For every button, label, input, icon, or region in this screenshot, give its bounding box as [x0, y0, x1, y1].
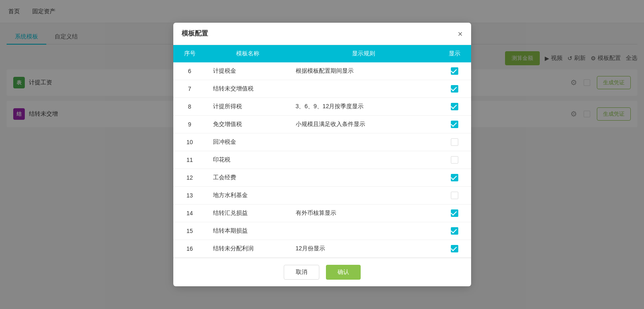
- table-header-row: 序号 模板名称 显示规则 显示: [173, 45, 471, 62]
- table-row: 8计提所得税3、6、9、12月按季度显示: [173, 98, 471, 116]
- cell-name-6: 工会经费: [206, 169, 289, 187]
- table-row: 16结转未分配利润12月份显示: [173, 240, 471, 258]
- cell-id-4: 10: [173, 133, 206, 151]
- modal-template-config: 模板配置 × 序号 模板名称 显示规则 显示 6计提税金根据模板配置期间显示7结…: [173, 23, 471, 286]
- cell-check-4: [438, 133, 471, 151]
- cell-rule-0: 根据模板配置期间显示: [289, 62, 438, 80]
- checkbox-10[interactable]: [451, 245, 458, 252]
- checkbox-6[interactable]: [451, 174, 458, 181]
- cell-id-3: 9: [173, 116, 206, 133]
- cell-id-6: 12: [173, 169, 206, 187]
- cell-check-10: [438, 240, 471, 258]
- cell-name-2: 计提所得税: [206, 98, 289, 116]
- cell-name-1: 结转未交增值税: [206, 80, 289, 98]
- table-row: 12工会经费: [173, 169, 471, 187]
- checkbox-7[interactable]: [451, 192, 458, 199]
- cell-check-9: [438, 222, 471, 240]
- modal-header: 模板配置 ×: [173, 23, 471, 45]
- checkbox-8[interactable]: [451, 209, 458, 217]
- cell-rule-2: 3、6、9、12月按季度显示: [289, 98, 438, 116]
- cell-name-3: 免交增值税: [206, 116, 289, 133]
- confirm-button[interactable]: 确认: [326, 265, 361, 280]
- cell-name-7: 地方水利基金: [206, 187, 289, 204]
- cell-name-4: 回冲税金: [206, 133, 289, 151]
- cell-check-3: [438, 116, 471, 133]
- cell-rule-8: 有外币核算显示: [289, 204, 438, 222]
- table-row: 15结转本期损益: [173, 222, 471, 240]
- checkbox-2[interactable]: [451, 103, 458, 110]
- table-row: 10回冲税金: [173, 133, 471, 151]
- cell-name-10: 结转未分配利润: [206, 240, 289, 258]
- cell-id-1: 7: [173, 80, 206, 98]
- cell-id-10: 16: [173, 240, 206, 258]
- checkbox-0[interactable]: [451, 67, 458, 75]
- cell-rule-4: [289, 133, 438, 151]
- cell-check-5: [438, 151, 471, 169]
- col-header-show: 显示: [438, 45, 471, 62]
- col-header-name: 模板名称: [206, 45, 289, 62]
- cell-id-7: 13: [173, 187, 206, 204]
- modal-title: 模板配置: [182, 29, 208, 38]
- checkbox-3[interactable]: [451, 121, 458, 128]
- col-header-id: 序号: [173, 45, 206, 62]
- cell-check-0: [438, 62, 471, 80]
- table-body: 6计提税金根据模板配置期间显示7结转未交增值税8计提所得税3、6、9、12月按季…: [173, 62, 471, 258]
- cell-rule-3: 小规模且满足收入条件显示: [289, 116, 438, 133]
- cell-id-8: 14: [173, 204, 206, 222]
- modal-close-button[interactable]: ×: [458, 30, 463, 38]
- cell-rule-5: [289, 151, 438, 169]
- modal-footer: 取消 确认: [173, 258, 471, 286]
- cell-check-6: [438, 169, 471, 187]
- config-table: 序号 模板名称 显示规则 显示 6计提税金根据模板配置期间显示7结转未交增值税8…: [173, 45, 471, 258]
- checkbox-1[interactable]: [451, 85, 458, 93]
- checkbox-4[interactable]: [451, 138, 458, 146]
- cell-check-2: [438, 98, 471, 116]
- cell-id-9: 15: [173, 222, 206, 240]
- table-row: 6计提税金根据模板配置期间显示: [173, 62, 471, 80]
- cell-check-8: [438, 204, 471, 222]
- cell-name-0: 计提税金: [206, 62, 289, 80]
- cell-rule-7: [289, 187, 438, 204]
- modal-overlay: 模板配置 × 序号 模板名称 显示规则 显示 6计提税金根据模板配置期间显示7结…: [0, 0, 644, 309]
- cancel-button[interactable]: 取消: [284, 265, 319, 280]
- checkbox-5[interactable]: [451, 156, 458, 164]
- cell-rule-9: [289, 222, 438, 240]
- checkbox-9[interactable]: [451, 227, 458, 235]
- cell-name-8: 结转汇兑损益: [206, 204, 289, 222]
- table-row: 9免交增值税小规模且满足收入条件显示: [173, 116, 471, 133]
- table-row: 7结转未交增值税: [173, 80, 471, 98]
- cell-id-0: 6: [173, 62, 206, 80]
- cell-name-9: 结转本期损益: [206, 222, 289, 240]
- table-row: 13地方水利基金: [173, 187, 471, 204]
- cell-check-7: [438, 187, 471, 204]
- table-row: 14结转汇兑损益有外币核算显示: [173, 204, 471, 222]
- cell-id-5: 11: [173, 151, 206, 169]
- cell-rule-10: 12月份显示: [289, 240, 438, 258]
- cell-rule-6: [289, 169, 438, 187]
- cell-check-1: [438, 80, 471, 98]
- cell-name-5: 印花税: [206, 151, 289, 169]
- col-header-rule: 显示规则: [289, 45, 438, 62]
- modal-body: 序号 模板名称 显示规则 显示 6计提税金根据模板配置期间显示7结转未交增值税8…: [173, 45, 471, 258]
- table-row: 11印花税: [173, 151, 471, 169]
- cell-rule-1: [289, 80, 438, 98]
- cell-id-2: 8: [173, 98, 206, 116]
